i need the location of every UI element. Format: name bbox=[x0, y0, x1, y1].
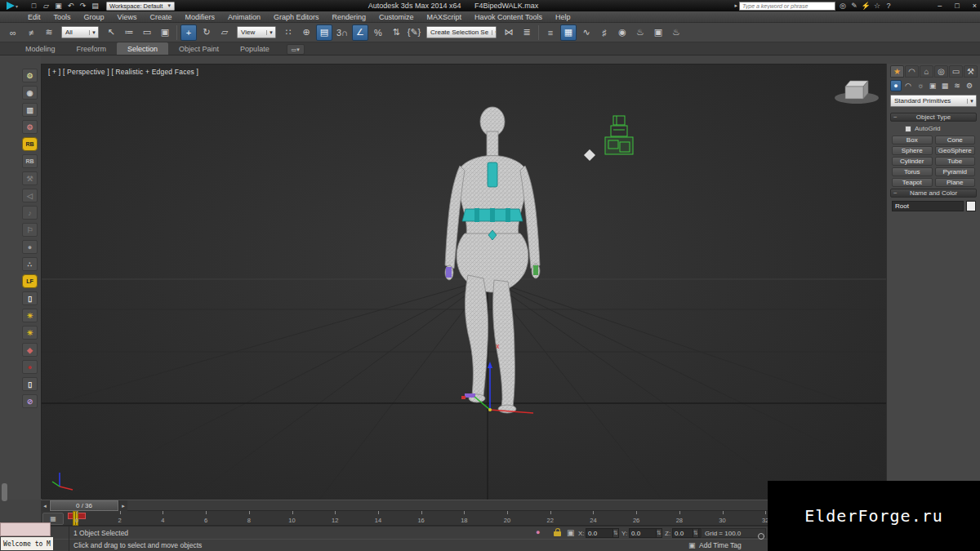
ribbon-tab-modeling[interactable]: Modeling bbox=[15, 42, 66, 55]
previous-frame-button[interactable]: ◂ bbox=[41, 500, 50, 511]
window-crossing-toggle-icon[interactable]: ▣ bbox=[157, 24, 173, 41]
minimize-button[interactable]: – bbox=[938, 2, 942, 10]
name-color-rollout-header[interactable]: − Name and Color bbox=[890, 189, 977, 198]
burst-tool-2-icon[interactable]: ☀ bbox=[22, 326, 38, 340]
render-production-icon[interactable]: ♨ bbox=[668, 24, 684, 41]
align-icon[interactable]: ≣ bbox=[519, 24, 535, 41]
particles-tool-icon[interactable]: ∴ bbox=[22, 257, 38, 271]
track-bar[interactable]: 02468101214161820222426283032 bbox=[41, 511, 768, 526]
favorites-icon[interactable]: ☆ bbox=[871, 1, 883, 11]
time-slider[interactable]: ◂ 0 / 36 ▸ bbox=[41, 500, 768, 511]
undo-icon[interactable]: ↶ bbox=[65, 1, 77, 11]
ribbon-collapse-button[interactable]: ▭▾ bbox=[287, 44, 305, 55]
menu-group[interactable]: Group bbox=[78, 13, 111, 21]
close-button[interactable]: × bbox=[973, 2, 977, 10]
create-systems-icon[interactable]: ⚙ bbox=[964, 80, 975, 91]
ribbon-tab-freeform[interactable]: Freeform bbox=[66, 42, 118, 55]
primitive-button-geosphere[interactable]: GeoSphere bbox=[935, 146, 976, 155]
object-name-field[interactable]: Root bbox=[892, 201, 964, 211]
primitive-button-pyramid[interactable]: Pyramid bbox=[935, 167, 976, 176]
select-and-rotate-icon[interactable]: ↻ bbox=[198, 24, 215, 41]
time-slider-handle[interactable]: 0 / 36 bbox=[50, 500, 118, 511]
z-coordinate-field[interactable]: 0.0 bbox=[672, 528, 705, 538]
welcome-window-fragment[interactable] bbox=[0, 522, 51, 536]
restore-button[interactable]: □ bbox=[955, 2, 959, 10]
search-history-icon[interactable]: ▸ bbox=[734, 2, 737, 9]
dock-scrollbar-handle[interactable] bbox=[2, 483, 7, 501]
disabled-tool-2-icon[interactable]: ◁ bbox=[22, 189, 38, 202]
rigid-body-icon[interactable]: RB bbox=[22, 137, 38, 151]
create-shapes-icon[interactable]: ◠ bbox=[902, 80, 914, 91]
battery-tool-2-icon[interactable]: ▯ bbox=[22, 377, 38, 391]
x-spinner[interactable]: ⇅ bbox=[612, 528, 619, 538]
tab-create-icon[interactable]: ★ bbox=[890, 65, 904, 78]
menu-help[interactable]: Help bbox=[549, 13, 577, 21]
select-and-link-icon[interactable]: ∞ bbox=[5, 24, 21, 41]
menu-tools[interactable]: Tools bbox=[47, 13, 78, 21]
angle-snap-icon[interactable]: ∠ bbox=[352, 24, 368, 41]
menu-animation[interactable]: Animation bbox=[221, 13, 267, 21]
create-spacewarps-icon[interactable]: ≋ bbox=[951, 80, 963, 91]
spinner-snap-icon[interactable]: ⇅ bbox=[388, 24, 404, 41]
disabled-tool-3-icon[interactable]: ♪ bbox=[22, 206, 38, 220]
welcome-window-titlebar[interactable]: Welcome to M bbox=[0, 536, 54, 551]
snaps-toggle-3d-icon[interactable]: 3∩ bbox=[334, 24, 350, 41]
havok-preview-tool-icon[interactable]: ⚙ bbox=[22, 69, 38, 82]
rendered-frame-window-icon[interactable]: ▣ bbox=[650, 24, 666, 41]
communication-center-icon[interactable]: ⚡ bbox=[860, 1, 871, 11]
tab-display-icon[interactable]: ▭ bbox=[949, 65, 963, 78]
object-type-rollout-header[interactable]: − Object Type bbox=[890, 113, 977, 122]
primitive-button-cone[interactable]: Cone bbox=[935, 136, 976, 144]
lf-tool-icon[interactable]: LF bbox=[22, 274, 38, 288]
unlink-selection-icon[interactable]: ≠ bbox=[23, 24, 39, 41]
3dsmax-logo-icon[interactable]: ▾ bbox=[0, 0, 24, 11]
open-file-icon[interactable]: ▱ bbox=[40, 1, 52, 11]
time-tag-icon[interactable]: ▣ bbox=[688, 541, 696, 549]
primitive-button-box[interactable]: Box bbox=[892, 136, 933, 144]
help-icon[interactable]: ? bbox=[883, 1, 894, 11]
disabled-tool-1-icon[interactable]: ⚒ bbox=[22, 171, 38, 185]
edit-named-selection-sets-icon[interactable]: {✎} bbox=[406, 24, 422, 41]
menu-havok-content-tools[interactable]: Havok Content Tools bbox=[468, 13, 549, 21]
layer-manager-icon[interactable]: ≡ bbox=[542, 24, 559, 41]
tab-modify-icon[interactable]: ◠ bbox=[905, 65, 919, 78]
disabled-tool-4-icon[interactable]: ⚐ bbox=[22, 223, 38, 237]
battery-tool-icon[interactable]: ▯ bbox=[22, 291, 38, 305]
new-scene-icon[interactable]: □ bbox=[28, 1, 40, 11]
tab-hierarchy-icon[interactable]: ⌂ bbox=[920, 65, 933, 78]
ribbon-tab-populate[interactable]: Populate bbox=[229, 42, 280, 55]
sign-in-icon[interactable]: ✎ bbox=[849, 1, 860, 11]
ribbon-tab-object-paint[interactable]: Object Paint bbox=[168, 42, 229, 55]
primitive-button-sphere[interactable]: Sphere bbox=[892, 146, 933, 155]
render-setup-icon[interactable]: ♨ bbox=[632, 24, 648, 41]
figure-tool-icon[interactable]: ◆ bbox=[22, 343, 38, 357]
no-export-tool-icon[interactable]: ⊘ bbox=[22, 394, 38, 408]
project-folder-icon[interactable]: ▤ bbox=[89, 1, 101, 11]
search-icon[interactable]: ◎ bbox=[837, 1, 849, 11]
notification-balloon-icon[interactable]: ● bbox=[536, 528, 540, 536]
search-input[interactable] bbox=[739, 2, 835, 11]
primitive-category-dropdown[interactable]: Standard Primitives ▼ bbox=[890, 95, 977, 107]
primitive-button-cylinder[interactable]: Cylinder bbox=[892, 157, 933, 166]
autogrid-checkbox[interactable] bbox=[905, 126, 911, 132]
add-time-tag[interactable]: Add Time Tag bbox=[699, 541, 742, 549]
havok-camera-tool-icon[interactable]: ◉ bbox=[22, 86, 38, 100]
primitive-button-teapot[interactable]: Teapot bbox=[892, 178, 933, 187]
reference-coordinate-system-dropdown[interactable]: View ▼ bbox=[237, 26, 276, 38]
sphere-tool-icon[interactable]: ● bbox=[22, 240, 38, 254]
next-frame-button[interactable]: ▸ bbox=[118, 500, 127, 511]
primitive-button-torus[interactable]: Torus bbox=[892, 167, 933, 176]
create-helpers-icon[interactable]: ▦ bbox=[939, 80, 951, 91]
select-and-scale-icon[interactable]: ▱ bbox=[216, 24, 233, 41]
workspace-selector[interactable]: Workspace: Default ▼ bbox=[106, 2, 175, 11]
schematic-view-icon[interactable]: ♯ bbox=[596, 24, 612, 41]
material-editor-icon[interactable]: ◉ bbox=[614, 24, 630, 41]
menu-rendering[interactable]: Rendering bbox=[326, 13, 373, 21]
bind-to-space-warp-icon[interactable]: ≋ bbox=[41, 24, 57, 41]
primitive-button-plane[interactable]: Plane bbox=[935, 178, 976, 187]
key-filter-icon[interactable] bbox=[758, 533, 764, 540]
menu-views[interactable]: Views bbox=[111, 13, 144, 21]
menu-create[interactable]: Create bbox=[143, 13, 178, 21]
menu-edit[interactable]: Edit bbox=[21, 13, 47, 21]
create-lights-icon[interactable]: ☼ bbox=[915, 80, 926, 91]
